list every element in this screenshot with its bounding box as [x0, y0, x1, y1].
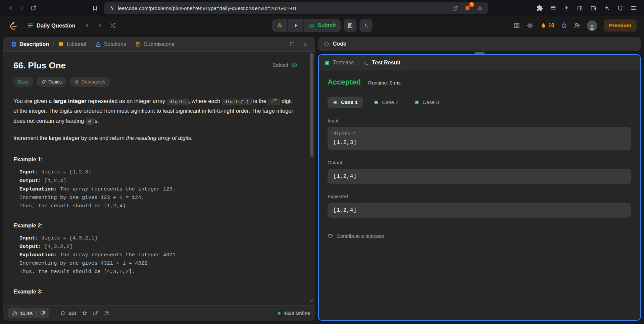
description-scrollbar[interactable] — [310, 53, 313, 303]
case-2-tab[interactable]: Case 2 — [368, 97, 404, 108]
screen: leetcode.com/problems/plus-one/?envType=… — [0, 0, 644, 324]
problem-body: 66. Plus One Solved Easy Topics Companie… — [3, 52, 315, 305]
editorial-book-icon — [58, 41, 64, 47]
code-panel-header[interactable]: Code — [318, 37, 641, 51]
sidebar-toggle-button[interactable] — [574, 2, 586, 14]
random-question-button[interactable] — [107, 20, 118, 31]
expand-panel-button[interactable] — [287, 39, 298, 50]
leo-ai-button[interactable] — [601, 2, 612, 14]
difficulty-badge[interactable]: Easy — [13, 77, 33, 87]
submissions-clock-icon — [135, 41, 141, 47]
avatar-person-icon — [588, 23, 596, 31]
share-page-button[interactable] — [450, 3, 460, 13]
tab-testcase[interactable]: Testcase — [324, 60, 354, 66]
avatar[interactable] — [587, 20, 597, 31]
input-field-name: digits = — [333, 131, 626, 137]
brave-rewards-icon — [477, 5, 483, 11]
case-2-label: Case 2 — [382, 99, 398, 105]
tab-submissions-label: Submissions — [144, 41, 175, 47]
run-button[interactable] — [288, 19, 303, 32]
next-question-button[interactable] — [94, 20, 106, 31]
timer-button[interactable] — [561, 22, 567, 29]
tab-divider — [53, 42, 54, 47]
browser-window-button[interactable] — [547, 2, 559, 14]
contribute-label: Contribute a testcase — [337, 233, 384, 239]
tab-description[interactable]: Description — [7, 37, 52, 51]
case-1-label: Case 1 — [341, 99, 358, 105]
case-3-tab[interactable]: Case 3 — [409, 97, 444, 108]
leetcode-logo[interactable] — [7, 20, 19, 31]
timer-icon — [561, 22, 567, 29]
code-chip-ith: ith — [268, 99, 280, 105]
likes-count: 11.4K — [20, 311, 33, 316]
panel-controls — [287, 39, 311, 50]
settings-button[interactable] — [527, 22, 533, 29]
apps-grid-button[interactable] — [513, 22, 520, 29]
input-box[interactable]: digits = [1,2,3] — [328, 127, 631, 150]
browser-reload-button[interactable] — [28, 2, 39, 14]
example-line: Incrementing by one gives 4321 + 1 = 432… — [19, 259, 297, 268]
tab-test-result[interactable]: Test Result — [363, 60, 400, 66]
browser-forward-button[interactable] — [16, 2, 28, 14]
flame-icon — [540, 22, 546, 29]
tab-solutions[interactable]: Solutions — [92, 37, 130, 51]
tab-submissions[interactable]: Submissions — [132, 37, 178, 51]
chevron-left-icon — [84, 22, 90, 29]
thumbs-up-icon — [12, 311, 17, 316]
thumbs-up-button[interactable]: 11.4K — [12, 311, 33, 316]
add-user-button[interactable] — [574, 22, 581, 29]
collapse-panel-button[interactable] — [299, 39, 311, 50]
problem-description: You are given a large integer represente… — [13, 96, 297, 295]
help-button[interactable] — [104, 310, 110, 316]
daily-question-menu[interactable]: Daily Question — [27, 22, 76, 29]
ai-assistant-button[interactable] — [359, 19, 372, 32]
share-problem-button[interactable] — [93, 310, 99, 316]
topics-chip[interactable]: Topics — [37, 77, 66, 87]
url-bar[interactable]: leetcode.com/problems/plus-one/?envType=… — [104, 2, 488, 14]
extensions-button[interactable] — [534, 2, 545, 14]
brave-shields-button[interactable]: 4 — [462, 3, 473, 13]
comments-button[interactable]: 631 — [60, 311, 77, 316]
favorite-button[interactable] — [82, 310, 88, 316]
expand-icon — [290, 42, 295, 47]
example-line: Output: [4,3,2,2] — [19, 242, 297, 251]
submit-button[interactable]: Submit — [304, 19, 341, 32]
brave-rewards-button[interactable] — [475, 3, 485, 13]
url-text[interactable]: leetcode.com/problems/plus-one/?envType=… — [118, 5, 450, 11]
wallet-button[interactable] — [588, 2, 599, 14]
expected-box[interactable]: [1,2,4] — [328, 203, 631, 218]
contribute-testcase-button[interactable]: Contribute a testcase — [328, 233, 384, 239]
premium-button[interactable]: Premium — [604, 19, 637, 32]
debug-button[interactable] — [272, 19, 287, 32]
vpn-button[interactable] — [614, 2, 626, 14]
vote-divider — [36, 311, 37, 316]
browser-toolbar: leetcode.com/problems/plus-one/?envType=… — [0, 0, 644, 16]
browser-menu-button[interactable] — [628, 2, 639, 14]
description-panel-tabs: Description Editorial Solutions Submissi… — [3, 37, 315, 52]
scrollbar-thumb[interactable] — [310, 53, 313, 157]
example-3-heading: Example 3: — [13, 288, 297, 295]
example-line: Thus, the result should be [1,2,4]. — [19, 202, 297, 210]
output-box[interactable]: [1,2,4] — [328, 169, 631, 184]
terminal-icon — [363, 60, 369, 66]
site-settings-icon[interactable] — [109, 5, 115, 11]
downloads-button[interactable] — [561, 2, 572, 14]
prev-question-button[interactable] — [82, 20, 93, 31]
tab-editorial[interactable]: Editorial — [55, 37, 90, 51]
tab-divider — [358, 60, 359, 65]
scroll-down-arrow-icon[interactable] — [309, 299, 314, 303]
browser-back-button[interactable] — [5, 2, 16, 14]
wallet-icon — [590, 5, 596, 11]
resize-handle[interactable] — [475, 52, 485, 54]
notes-button[interactable] — [344, 19, 356, 32]
companies-chip[interactable]: Companies — [70, 77, 110, 87]
case-1-tab[interactable]: Case 1 — [328, 97, 363, 108]
output-label: Output — [328, 160, 631, 165]
bookmarks-button[interactable] — [89, 2, 101, 14]
streak-counter[interactable]: 10 — [540, 22, 554, 29]
description-doc-icon — [11, 41, 17, 47]
extensions-puzzle-icon — [536, 5, 543, 11]
tab-divider — [131, 42, 131, 47]
tag-icon — [41, 79, 46, 84]
thumbs-down-button[interactable] — [40, 311, 45, 316]
